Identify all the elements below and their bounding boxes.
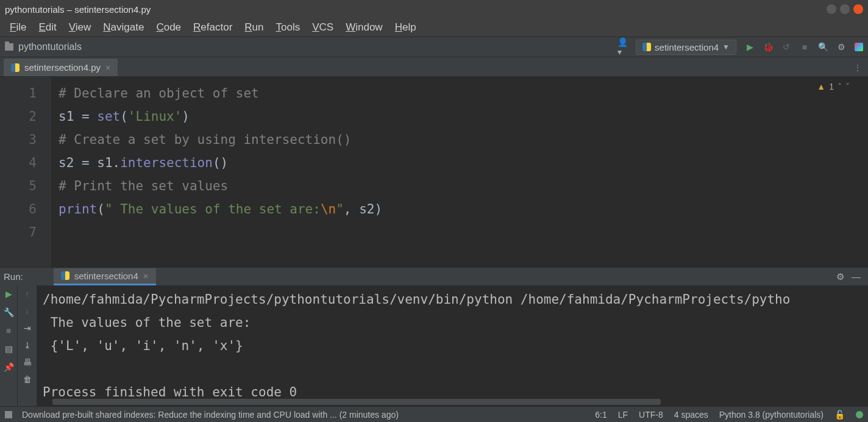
menu-view[interactable]: View	[64, 20, 96, 35]
chevron-down-icon[interactable]: ˅	[845, 82, 850, 91]
chevron-down-icon: ▼	[722, 43, 730, 51]
chevron-up-icon[interactable]: ˄	[838, 82, 842, 91]
line-number: 6	[5, 198, 37, 221]
menu-tools[interactable]: Tools	[271, 20, 305, 35]
menu-run[interactable]: Run	[240, 20, 268, 35]
window-title: pythontutorials – setintersection4.py	[5, 4, 151, 15]
editor-tab-bar: setintersection4.py × ⋮	[0, 57, 868, 77]
maximize-button[interactable]	[840, 4, 850, 14]
tool-windows-icon[interactable]	[5, 411, 12, 418]
code-area[interactable]: # Declare an object of sets1 = set('Linu…	[51, 77, 868, 267]
stop-icon[interactable]: ■	[6, 326, 11, 335]
print-icon[interactable]: 🖶	[23, 357, 32, 367]
python-interpreter[interactable]: Python 3.8 (pythontutorials)	[719, 410, 824, 420]
code-line[interactable]: # Declare an object of set	[59, 82, 861, 105]
python-icon	[61, 271, 69, 280]
wrap-icon[interactable]: ⇥	[24, 323, 31, 333]
inspection-badge[interactable]: ▲ 1 ˄ ˅	[817, 82, 850, 91]
layout-icon[interactable]: ▤	[5, 344, 13, 354]
horizontal-scrollbar[interactable]	[52, 399, 661, 405]
python-icon	[642, 43, 651, 51]
line-number: 1	[5, 82, 37, 105]
menu-window[interactable]: Window	[341, 20, 387, 35]
close-button[interactable]	[853, 4, 863, 14]
output-line	[43, 357, 862, 381]
run-tab-label: setintersection4	[74, 271, 138, 281]
trash-icon[interactable]: 🗑	[23, 374, 32, 384]
menu-code[interactable]: Code	[151, 20, 186, 35]
line-number: 5	[5, 174, 37, 198]
status-message[interactable]: Download pre-built shared indexes: Reduc…	[22, 410, 399, 420]
line-number: 2	[5, 105, 37, 128]
code-editor[interactable]: 1234567 # Declare an object of sets1 = s…	[0, 77, 868, 267]
close-icon[interactable]: ×	[105, 63, 110, 73]
wrench-icon[interactable]: 🔧	[4, 307, 14, 317]
close-icon[interactable]: ×	[143, 271, 149, 281]
scroll-icon[interactable]: ⤓	[24, 340, 31, 350]
code-line[interactable]: print(" The values of the set are:\n", s…	[59, 198, 861, 221]
menu-help[interactable]: Help	[390, 20, 421, 35]
line-separator[interactable]: LF	[618, 410, 628, 420]
menu-bar: FileEditViewNavigateCodeRefactorRunTools…	[0, 18, 868, 37]
line-gutter: 1234567	[0, 77, 51, 267]
console-output[interactable]: /home/fahmida/PycharmProjects/pythontuto…	[37, 285, 868, 406]
indent-setting[interactable]: 4 spaces	[674, 410, 708, 420]
run-button[interactable]: ▶	[745, 42, 755, 52]
coverage-button[interactable]: ↺	[781, 42, 791, 52]
rerun-button[interactable]: ▶	[5, 289, 12, 299]
run-tool-body: ▶ 🔧 ■ ▤ 📌 ↑ ↓ ⇥ ⤓ 🖶 🗑 /home/fahmida/Pych…	[0, 285, 868, 406]
run-output-bar: ↑ ↓ ⇥ ⤓ 🖶 🗑	[17, 285, 37, 406]
breadcrumb-project[interactable]: pythontutorials	[18, 41, 82, 52]
run-tab[interactable]: setintersection4 ×	[54, 268, 156, 285]
run-tool-header: Run: setintersection4 × ⚙ —	[0, 267, 868, 285]
more-icon[interactable]: ⋮	[847, 59, 868, 76]
pin-icon[interactable]: 📌	[4, 362, 14, 372]
run-label: Run:	[4, 271, 23, 282]
stop-button[interactable]: ■	[800, 42, 809, 52]
warning-icon: ▲	[817, 82, 825, 91]
code-line[interactable]: s2 = s1.intersection()	[59, 151, 861, 174]
output-line: The values of the set are:	[43, 311, 862, 334]
menu-refactor[interactable]: Refactor	[188, 20, 237, 35]
python-icon	[11, 63, 20, 72]
file-encoding[interactable]: UTF-8	[639, 410, 663, 420]
menu-file[interactable]: File	[5, 20, 31, 35]
add-user-icon[interactable]: 👤▾	[617, 42, 627, 52]
editor-tab-label: setintersection4.py	[24, 62, 101, 73]
menu-edit[interactable]: Edit	[34, 20, 61, 35]
settings-icon[interactable]: ⚙	[836, 271, 844, 282]
nav-bar: pythontutorials 👤▾ setintersection4 ▼ ▶ …	[0, 37, 868, 57]
warning-count: 1	[829, 82, 834, 91]
settings-icon[interactable]: ⚙	[836, 42, 846, 52]
folder-icon	[5, 43, 13, 51]
title-bar: pythontutorials – setintersection4.py	[0, 0, 868, 18]
line-number: 4	[5, 151, 37, 174]
output-line: {'L', 'u', 'i', 'n', 'x'}	[43, 334, 862, 357]
editor-tab[interactable]: setintersection4.py ×	[4, 59, 118, 76]
run-config-name: setintersection4	[655, 42, 719, 52]
status-bar: Download pre-built shared indexes: Reduc…	[0, 406, 868, 422]
menu-vcs[interactable]: VCS	[307, 20, 338, 35]
down-icon[interactable]: ↓	[25, 306, 29, 316]
jetbrains-icon[interactable]	[855, 43, 863, 51]
caret-position[interactable]: 6:1	[595, 410, 607, 420]
search-icon[interactable]: 🔍	[818, 42, 828, 52]
menu-navigate[interactable]: Navigate	[98, 20, 149, 35]
debug-button[interactable]: 🐞	[763, 42, 773, 52]
code-line[interactable]	[59, 221, 861, 244]
line-number: 7	[5, 221, 37, 244]
run-config-select[interactable]: setintersection4 ▼	[636, 40, 736, 55]
minimize-panel-icon[interactable]: —	[852, 271, 861, 282]
line-number: 3	[5, 128, 37, 151]
output-line: /home/fahmida/PycharmProjects/pythontuto…	[43, 288, 862, 311]
code-line[interactable]: s1 = set('Linux')	[59, 105, 861, 128]
lock-icon[interactable]: 🔓	[834, 410, 845, 420]
run-action-bar: ▶ 🔧 ■ ▤ 📌	[0, 285, 17, 406]
minimize-button[interactable]	[827, 4, 836, 14]
code-line[interactable]: # Print the set values	[59, 174, 861, 198]
code-line[interactable]: # Create a set by using intersection()	[59, 128, 861, 151]
up-icon[interactable]: ↑	[25, 289, 29, 299]
status-indicator-icon[interactable]	[856, 411, 863, 418]
